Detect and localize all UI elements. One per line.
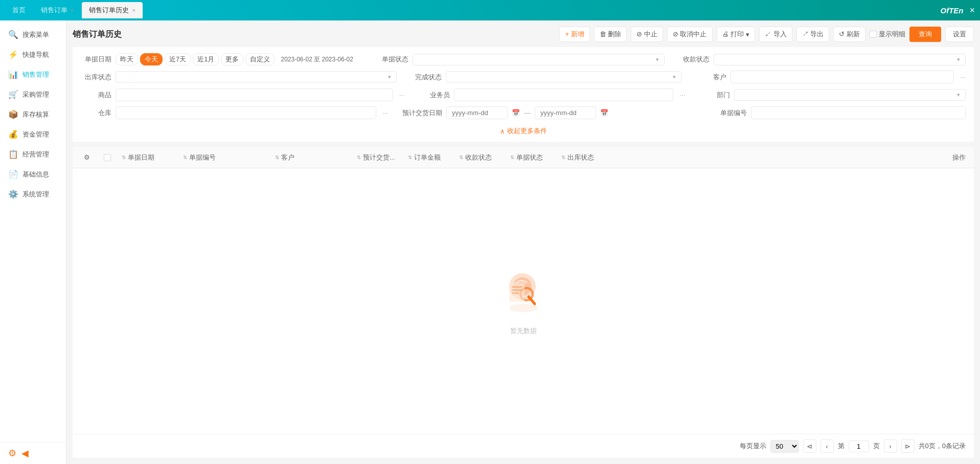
tab-sales-order-close[interactable]: × <box>71 7 74 13</box>
product-input[interactable] <box>116 89 393 101</box>
brand-text: OfTEn <box>940 6 963 15</box>
per-page-select[interactable]: 50 100 200 <box>770 440 799 453</box>
filter-row-2: 出库状态 ▾ 完成状态 ▾ 客户 ··· <box>81 71 966 83</box>
topbar: 首页 销售订单 × 销售订单历史 × OfTEn × <box>0 0 980 20</box>
date-btn-1month[interactable]: 近1月 <box>193 53 219 65</box>
customer-input[interactable] <box>731 71 954 83</box>
salesperson-input[interactable] <box>454 89 674 101</box>
svg-point-0 <box>509 304 538 312</box>
sort-warehouse-icon[interactable]: ⇅ <box>561 154 565 160</box>
date-btn-today[interactable]: 今天 <box>140 53 163 65</box>
stop-button[interactable]: ⊘ 中止 <box>631 27 663 42</box>
payment-status-chevron: ▾ <box>957 56 960 63</box>
sort-date-icon[interactable]: ⇅ <box>122 154 126 160</box>
operations-icon: 📋 <box>8 149 18 159</box>
settings-bottom-icon[interactable]: ⚙ <box>8 448 16 459</box>
collapse-bar[interactable]: ∧ 收起更多条件 <box>81 124 966 136</box>
cancel-stop-button[interactable]: ⊘ 取消中止 <box>667 27 713 42</box>
query-button[interactable]: 查询 <box>909 27 941 42</box>
order-no-input[interactable] <box>751 106 966 119</box>
first-page-button[interactable]: ⊲ <box>803 439 816 453</box>
order-status-label: 单据状态 <box>378 55 408 64</box>
table-settings-icon[interactable]: ⚙ <box>84 153 90 161</box>
delete-button[interactable]: 🗑 删除 <box>594 27 627 42</box>
topbar-right: OfTEn × <box>940 5 975 16</box>
sort-customer-icon[interactable]: ⇅ <box>275 154 279 160</box>
main-layout: 🔍 搜索菜单 ⚡ 快捷导航 📊 销售管理 🛒 采购管理 📦 库存核算 💰 资金管… <box>0 20 980 464</box>
calendar-to-icon[interactable]: 📅 <box>600 109 608 117</box>
next-page-button[interactable]: › <box>884 439 897 453</box>
sort-payment-icon[interactable]: ⇅ <box>459 154 463 160</box>
delivery-date-from[interactable] <box>446 106 508 119</box>
page-input[interactable] <box>849 440 869 452</box>
sidebar-item-basic-info[interactable]: 📄 基础信息 <box>0 164 66 184</box>
last-page-button[interactable]: ⊳ <box>901 439 915 453</box>
sidebar-bottom: ⚙ ◀ <box>0 442 66 464</box>
filter-panel: 单据日期 昨天 今天 近7天 近1月 更多 <box>73 47 974 142</box>
tab-sales-order-history[interactable]: 销售订单历史 × <box>82 2 142 18</box>
print-button[interactable]: 🖨 打印 ▾ <box>717 27 756 42</box>
setting-button[interactable]: 设置 <box>945 27 974 42</box>
prev-page-button[interactable]: ‹ <box>821 439 834 453</box>
display-dense-checkbox[interactable] <box>870 31 877 38</box>
delivery-date-to[interactable] <box>535 106 596 119</box>
tab-sales-order[interactable]: 销售订单 × <box>34 2 81 18</box>
basic-info-icon: 📄 <box>8 169 18 179</box>
sidebar-item-operations[interactable]: 📋 经营管理 <box>0 144 66 164</box>
pagination: 每页显示 50 100 200 ⊲ ‹ 第 页 › ⊳ 共0页，0条记录 <box>73 434 974 458</box>
calendar-from-icon[interactable]: 📅 <box>512 109 520 117</box>
export-button[interactable]: ↗ 导出 <box>796 27 830 42</box>
warehouse-status-select[interactable]: ▾ <box>116 71 397 83</box>
department-select[interactable]: ▾ <box>734 89 966 101</box>
tab-home[interactable]: 首页 <box>5 2 33 18</box>
order-no-label: 单据编号 <box>716 108 747 118</box>
display-dense-toggle[interactable]: 显示明细 <box>870 30 905 39</box>
warehouse-dots[interactable]: ··· <box>382 109 388 117</box>
delivery-date-label: 预计交货日期 <box>402 108 442 118</box>
salesperson-dots[interactable]: ··· <box>679 91 685 99</box>
sidebar-item-sales-mgmt[interactable]: 📊 销售管理 <box>0 64 66 84</box>
sort-delivery-icon[interactable]: ⇅ <box>357 154 361 160</box>
print-dropdown-icon: ▾ <box>746 31 749 38</box>
th-no: ⇅ 单据编号 <box>179 153 271 162</box>
svg-rect-4 <box>509 282 525 302</box>
search-menu-icon: 🔍 <box>8 30 18 39</box>
date-range-display: 2023-06-02 至 2023-06-02 <box>281 55 353 64</box>
th-status: ⇅ 单据状态 <box>506 153 557 162</box>
sidebar: 🔍 搜索菜单 ⚡ 快捷导航 📊 销售管理 🛒 采购管理 📦 库存核算 💰 资金管… <box>0 20 66 464</box>
sidebar-item-system-mgmt[interactable]: ⚙️ 系统管理 <box>0 184 66 204</box>
customer-dots[interactable]: ··· <box>960 73 966 81</box>
refresh-button[interactable]: ↺ 刷新 <box>833 27 865 42</box>
tab-sales-order-history-close[interactable]: × <box>132 7 135 13</box>
sidebar-item-quick-nav[interactable]: ⚡ 快捷导航 <box>0 45 66 64</box>
sort-no-icon[interactable]: ⇅ <box>183 154 187 160</box>
sidebar-item-search-menu[interactable]: 🔍 搜索菜单 <box>0 25 66 45</box>
sidebar-item-finance[interactable]: 💰 资金管理 <box>0 124 66 144</box>
order-status-select[interactable]: ▾ <box>413 54 665 65</box>
content-area: 销售订单历史 + 新增 🗑 删除 ⊘ 中止 ⊘ 取消中止 🖨 打印 ▾ <box>66 20 980 464</box>
product-dots[interactable]: ··· <box>399 91 405 99</box>
date-btn-more[interactable]: 更多 <box>221 53 243 65</box>
complete-status-label: 完成状态 <box>411 73 442 82</box>
warehouse-input[interactable] <box>116 106 376 119</box>
department-label: 部门 <box>699 91 730 100</box>
new-button[interactable]: + 新增 <box>559 27 589 42</box>
sort-amount-icon[interactable]: ⇅ <box>408 154 412 160</box>
th-warehouse: ⇅ 出库状态 <box>557 153 608 162</box>
sidebar-item-inventory[interactable]: 📦 库存核算 <box>0 104 66 124</box>
collapse-sidebar-icon[interactable]: ◀ <box>21 448 29 459</box>
th-settings[interactable]: ⚙ <box>77 153 97 161</box>
window-close-button[interactable]: × <box>969 5 975 16</box>
complete-status-select[interactable]: ▾ <box>446 71 681 83</box>
payment-status-select[interactable]: ▾ <box>714 54 966 65</box>
page-label-before: 第 <box>838 441 845 451</box>
import-button[interactable]: ↙ 导入 <box>759 27 792 42</box>
date-label: 单据日期 <box>81 55 111 64</box>
select-all-checkbox[interactable] <box>104 154 111 161</box>
date-btn-yesterday[interactable]: 昨天 <box>116 53 138 65</box>
date-btn-custom[interactable]: 自定义 <box>245 53 275 65</box>
date-btn-7days[interactable]: 近7天 <box>165 53 191 65</box>
salesperson-label: 业务员 <box>419 91 450 100</box>
sort-status-icon[interactable]: ⇅ <box>510 154 514 160</box>
sidebar-item-purchase-mgmt[interactable]: 🛒 采购管理 <box>0 84 66 104</box>
